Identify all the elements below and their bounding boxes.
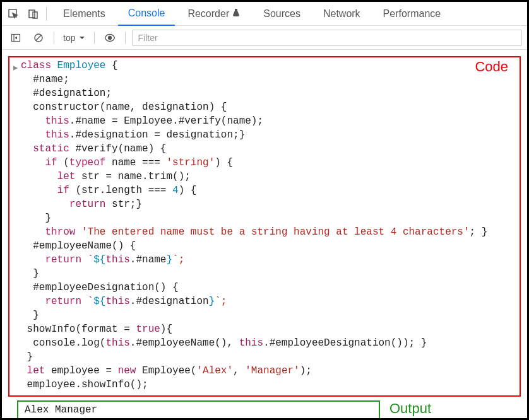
eye-icon[interactable]	[101, 29, 119, 47]
tab-sources[interactable]: Sources	[253, 2, 311, 26]
tab-console[interactable]: Console	[118, 2, 175, 26]
context-selector[interactable]: top	[61, 32, 88, 44]
separator	[125, 32, 126, 44]
code-annotation-label: Code	[475, 60, 508, 74]
code-block: Code ▶ class Employee { #name; #designat…	[8, 56, 521, 397]
svg-point-5	[109, 36, 112, 39]
filter-input[interactable]	[132, 30, 522, 46]
inspect-icon[interactable]	[4, 5, 22, 23]
chevron-down-icon	[79, 33, 85, 43]
tab-recorder[interactable]: Recorder	[177, 2, 251, 26]
output-block: Alex Manager	[17, 400, 380, 419]
separator	[46, 7, 47, 21]
devtools-tabbar: Elements Console Recorder Sources Networ…	[2, 2, 527, 26]
context-label: top	[63, 33, 75, 43]
tab-recorder-label: Recorder	[187, 8, 229, 20]
output-annotation-label: Output	[389, 400, 431, 417]
flask-icon	[232, 8, 241, 20]
separator	[54, 32, 54, 44]
device-toggle-icon[interactable]	[25, 5, 42, 23]
tab-network[interactable]: Network	[313, 2, 371, 26]
sidebar-toggle-icon[interactable]	[7, 29, 25, 47]
console-output-text: Alex Manager	[25, 404, 97, 416]
clear-console-icon[interactable]	[30, 29, 47, 47]
svg-rect-1	[29, 10, 35, 18]
expand-arrow-icon[interactable]: ▶	[13, 61, 18, 75]
tab-performance[interactable]: Performance	[373, 2, 451, 26]
tab-elements[interactable]: Elements	[53, 2, 116, 26]
console-toolbar: top	[2, 26, 527, 50]
console-body: Code ▶ class Employee { #name; #designat…	[2, 50, 527, 420]
separator	[94, 32, 95, 44]
